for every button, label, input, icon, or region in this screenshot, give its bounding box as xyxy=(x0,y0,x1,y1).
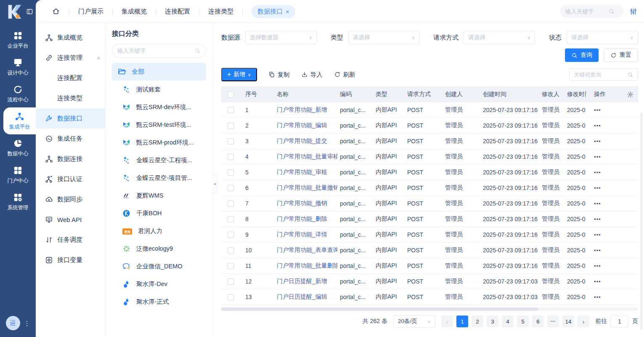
row-more-actions-icon[interactable]: ••• xyxy=(594,263,601,269)
nav-link[interactable]: 连接配置 xyxy=(165,8,190,16)
row-checkbox[interactable] xyxy=(228,216,234,222)
row-more-actions-icon[interactable]: ••• xyxy=(594,294,601,300)
category-item[interactable]: 夏辉WMS xyxy=(112,187,206,204)
row-name-link[interactable]: 门户常用功能_审核 xyxy=(271,168,337,176)
menu-item[interactable]: 集成任务 xyxy=(36,128,105,149)
rail-item[interactable]: 集成平台 xyxy=(3,107,36,134)
page-button[interactable]: 2 xyxy=(472,316,483,327)
user-avatar[interactable]: 运 xyxy=(6,316,20,330)
global-search-input[interactable] xyxy=(565,8,606,15)
filter-select[interactable]: 请选择 ∨ xyxy=(567,31,638,44)
add-button[interactable]: + 新增 ∨ xyxy=(221,68,257,81)
select-all-checkbox[interactable] xyxy=(228,91,234,98)
category-item[interactable]: 测试账套 xyxy=(112,80,206,98)
menu-item[interactable]: 数据连接 xyxy=(36,149,105,169)
row-checkbox[interactable] xyxy=(228,169,234,176)
category-item[interactable]: 全部 xyxy=(112,63,206,80)
sliders-icon[interactable] xyxy=(629,8,637,16)
category-item[interactable]: 金蝶云星空-工程项... xyxy=(112,151,206,169)
row-more-actions-icon[interactable]: ••• xyxy=(594,278,601,285)
row-checkbox[interactable] xyxy=(228,201,234,207)
rail-item[interactable]: 门户中心 xyxy=(0,161,36,188)
row-more-actions-icon[interactable]: ••• xyxy=(594,247,601,254)
keyword-search-input[interactable] xyxy=(574,72,625,78)
app-logo[interactable] xyxy=(0,0,36,23)
prev-page-button[interactable]: ‹ xyxy=(441,316,453,327)
filter-select[interactable]: 请选择 ∨ xyxy=(464,31,535,44)
nav-link[interactable]: 门户展示 xyxy=(78,8,103,16)
keyword-search[interactable] xyxy=(569,68,638,81)
category-item[interactable]: 甄云SRM-prod环境... xyxy=(112,134,206,151)
page-button[interactable]: 14 xyxy=(562,316,574,327)
menu-item[interactable]: APIWeb API xyxy=(36,209,105,230)
row-more-actions-icon[interactable]: ••• xyxy=(594,169,601,176)
row-more-actions-icon[interactable]: ••• xyxy=(594,107,601,113)
menu-item[interactable]: 连接配置 xyxy=(36,68,105,88)
row-checkbox[interactable] xyxy=(228,294,234,300)
category-item[interactable]: 金蝶云星空-项目管... xyxy=(112,169,206,187)
home-icon[interactable] xyxy=(52,7,60,16)
row-checkbox[interactable] xyxy=(228,278,234,285)
row-more-actions-icon[interactable]: ••• xyxy=(594,138,601,144)
row-name-link[interactable]: 门户常用功能_提交 xyxy=(271,137,337,145)
row-checkbox[interactable] xyxy=(228,138,234,144)
global-search[interactable] xyxy=(560,5,623,18)
nav-link[interactable]: 集成概览 xyxy=(122,8,147,16)
horizontal-scrollbar-thumb[interactable] xyxy=(221,308,538,311)
gear-icon[interactable] xyxy=(627,91,634,98)
row-checkbox[interactable] xyxy=(228,247,234,254)
copy-button[interactable]: 复制 xyxy=(268,71,290,79)
next-page-button[interactable]: › xyxy=(578,316,589,327)
row-name-link[interactable]: 门户常用功能_批量撤销 xyxy=(271,184,337,192)
goto-page-input[interactable] xyxy=(610,316,629,327)
category-item[interactable]: 君润君润人力 xyxy=(112,222,206,240)
menu-item[interactable]: 连接类型 xyxy=(36,88,105,108)
row-name-link[interactable]: 门户常用功能_新增 xyxy=(271,106,337,114)
menu-item[interactable]: 接口变量 xyxy=(36,250,105,270)
row-name-link[interactable]: 门户常用功能_批量审核 xyxy=(271,153,337,160)
category-search-input[interactable] xyxy=(117,48,192,54)
category-item[interactable]: 泛微ecology9 xyxy=(112,240,206,257)
row-more-actions-icon[interactable]: ••• xyxy=(594,154,601,160)
page-size-select[interactable]: 20条/页 ∨ xyxy=(393,315,435,328)
row-name-link[interactable]: 门户日历提醒_编辑 xyxy=(271,293,337,301)
row-more-actions-icon[interactable]: ••• xyxy=(594,201,601,207)
rail-item[interactable]: 设计中心 xyxy=(0,53,36,80)
menu-item[interactable]: 连接管理 ∧ xyxy=(36,48,105,68)
menu-item[interactable]: 数据接口 xyxy=(36,108,105,128)
category-item[interactable]: 聚水潭-Dev xyxy=(112,275,206,293)
row-checkbox[interactable] xyxy=(228,185,234,191)
vertical-scrollbar[interactable] xyxy=(640,112,643,330)
menu-item[interactable]: 集成概览 xyxy=(36,27,105,48)
row-more-actions-icon[interactable]: ••• xyxy=(594,185,601,191)
row-name-link[interactable]: 门户常用功能_删除 xyxy=(271,215,337,223)
row-name-link[interactable]: 门户常用功能_批量删除 xyxy=(271,262,337,270)
horizontal-scrollbar[interactable] xyxy=(221,308,638,311)
row-checkbox[interactable] xyxy=(228,232,234,238)
category-item[interactable]: 甄云SRM-dev环境... xyxy=(112,98,206,116)
category-item[interactable]: 甄云SRM-test环境... xyxy=(112,116,206,134)
refresh-button[interactable]: 刷新 xyxy=(334,71,355,79)
window-toggle-icon[interactable] xyxy=(26,8,33,15)
row-more-actions-icon[interactable]: ••• xyxy=(594,216,601,222)
more-pages-icon[interactable]: ••• xyxy=(547,316,559,327)
menu-item[interactable]: 任务调度 xyxy=(36,230,105,250)
rail-item[interactable]: 企业平台 xyxy=(0,27,36,53)
filter-select[interactable]: 请选择 ∨ xyxy=(348,31,420,44)
query-button[interactable]: 查询 xyxy=(565,48,599,62)
page-button[interactable]: 5 xyxy=(517,316,529,327)
row-name-link[interactable]: 门户常用功能_详情 xyxy=(271,231,337,238)
row-checkbox[interactable] xyxy=(228,107,234,113)
row-name-link[interactable]: 门户日历提醒_新增 xyxy=(271,278,337,285)
reset-button[interactable]: 重置 xyxy=(604,48,638,62)
page-button[interactable]: 1 xyxy=(456,316,468,327)
page-button[interactable]: 3 xyxy=(487,316,498,327)
close-icon[interactable]: × xyxy=(286,8,289,15)
row-more-actions-icon[interactable]: ••• xyxy=(594,232,601,238)
row-name-link[interactable]: 门户常用功能_编辑 xyxy=(271,122,337,129)
row-name-link[interactable]: 门户常用功能_表单查询 xyxy=(271,246,337,254)
row-checkbox[interactable] xyxy=(228,123,234,129)
row-checkbox[interactable] xyxy=(228,154,234,160)
row-checkbox[interactable] xyxy=(228,263,234,269)
category-item[interactable]: 千康BOH xyxy=(112,204,206,222)
